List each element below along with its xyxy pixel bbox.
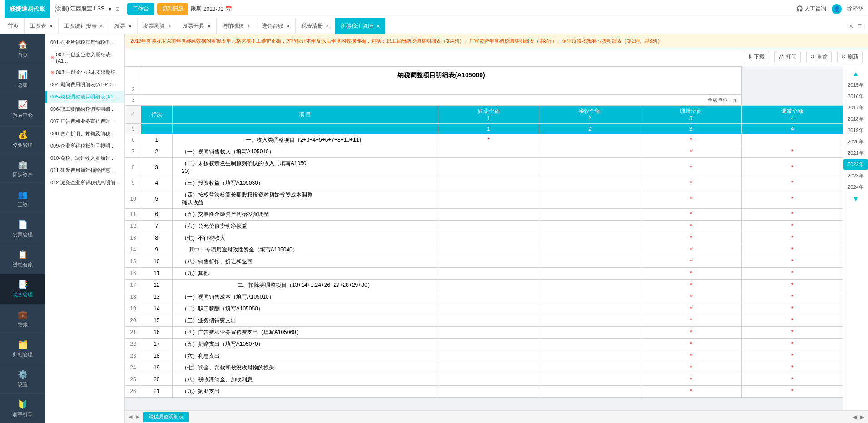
support-link[interactable]: 🎧 人工咨询 — [796, 5, 826, 13]
sidebar-item-settings[interactable]: ⚙️ 设置 — [0, 364, 45, 394]
year-2020[interactable]: 2020年 — [843, 137, 868, 147]
left-panel-item-001[interactable]: 001-企业所得税年度纳税申... — [45, 36, 124, 49]
left-panel-item-004[interactable]: 004-期间费用明细表(A1040... — [45, 79, 124, 91]
table-row[interactable]: 22 17 （五）捐赠支出（填写A105070） * * — [125, 338, 843, 350]
sidebar-item-guide[interactable]: 🔰 新手引导 — [0, 394, 45, 423]
company-dropdown-icon[interactable]: ▼ — [107, 6, 113, 12]
tab-home[interactable]: 首页 — [2, 18, 25, 34]
tab-sales-ledger[interactable]: 进销台账 ✕ — [256, 18, 296, 34]
tab-menu-icon[interactable]: ☰ — [857, 23, 862, 30]
table-row[interactable]: 16 11 （九）其他 * * — [125, 267, 843, 279]
year-2015[interactable]: 2015年 — [843, 80, 868, 90]
tab-payroll-stats[interactable]: 工资统计报表 ✕ — [59, 18, 109, 34]
year-2018[interactable]: 2018年 — [843, 114, 868, 124]
table-row[interactable]: 6 1 一、收入类调整项目（2+3+4+5+6+7+8+10+11） * * — [125, 134, 843, 146]
table-row[interactable]: 21 16 （四）广告费和业务宣传费支出（填写A105060） * * — [125, 326, 843, 338]
user-label[interactable]: 徐泽华 — [847, 5, 863, 13]
table-row[interactable]: 18 13 （一）视同销售成本（填写A105010） * * — [125, 291, 843, 303]
table-row[interactable]: 10 5 （四）按权益法核算长期股权投资对初始投资成本调整确认收益 * * — [125, 189, 843, 208]
reports-icon: 📈 — [18, 100, 28, 110]
year-2017[interactable]: 2017年 — [843, 103, 868, 113]
tab-payroll-close[interactable]: ✕ — [49, 24, 53, 29]
year-down-arrow[interactable]: ▼ — [851, 193, 861, 204]
table-row[interactable]: 23 18 （六）利息支出 * * — [125, 350, 843, 362]
table-row[interactable]: 20 15 （三）业务招待费支出 * * — [125, 315, 843, 326]
tab-invoice-close[interactable]: ✕ — [128, 24, 132, 29]
table-row[interactable]: 24 19 （七）罚金、罚款和被没收财物的损失 * * — [125, 362, 843, 374]
year-2021[interactable]: 2021年 — [843, 148, 868, 158]
copy-icon[interactable]: ⊡ — [115, 6, 120, 12]
year-2023[interactable]: 2023年 — [843, 171, 868, 181]
tab-invoice[interactable]: 发票 ✕ — [109, 18, 138, 34]
tab-sales-check[interactable]: 进销稽核 ✕ — [217, 18, 256, 34]
tab-invoice-issue-close[interactable]: ✕ — [207, 24, 211, 29]
tab-payroll[interactable]: 工资表 ✕ — [25, 18, 59, 34]
table-row[interactable]: 11 6 （五）交易性金融资产初始投资调整 * * — [125, 208, 843, 220]
tab-payroll-stats-close[interactable]: ✕ — [99, 24, 103, 29]
table-row[interactable]: 15 10 （八）销售折扣、折让和退回 * * — [125, 256, 843, 267]
header-right: 🎧 人工咨询 👤 徐泽华 — [796, 4, 863, 14]
left-panel-item-002[interactable]: ⊗ 002-一般企业收入明细表(A1... — [45, 49, 124, 66]
year-2019[interactable]: 2019年 — [843, 125, 868, 136]
table-row[interactable]: 25 20 （八）税收滞纳金、加收利息 * * — [125, 374, 843, 385]
tab-sales-ledger-close[interactable]: ✕ — [286, 24, 290, 29]
sidebar-item-finance[interactable]: 💰 资金管理 — [0, 124, 45, 154]
left-panel-item-010[interactable]: 010-免税、减计收入及加计... — [45, 152, 124, 164]
left-panel-item-009[interactable]: 009-企业所得税抵补亏损明... — [45, 140, 124, 152]
tab-invoice-calc[interactable]: 发票测算 ✕ — [138, 18, 177, 34]
sidebar-item-ledger[interactable]: 📊 总账 — [0, 64, 45, 94]
left-panel-item-005[interactable]: 005-纳税调整项目明细表(A1... — [45, 91, 124, 103]
year-up-arrow[interactable]: ▲ — [851, 68, 861, 79]
year-2022[interactable]: 2022年 — [843, 159, 868, 170]
table-row[interactable]: 26 21 （九）赞助支出 * * — [125, 385, 843, 397]
user-avatar[interactable]: 👤 — [832, 4, 842, 14]
left-panel-item-012[interactable]: 012-减免企业所得税优惠明细... — [45, 177, 124, 189]
table-row[interactable]: 9 4 （三）投资收益（填写A105030） * * — [125, 177, 843, 189]
sidebar-item-payroll[interactable]: 👥 工资 — [0, 184, 45, 214]
tab-tax-table-close[interactable]: ✕ — [326, 24, 329, 29]
year-2024[interactable]: 2024年 — [843, 182, 868, 192]
tab-sales-check-close[interactable]: ✕ — [247, 24, 250, 29]
table-row[interactable]: 14 9 其中：专项用途财政性资金（填写A105040） * * — [125, 244, 843, 256]
nav-left-icon[interactable]: ◀ — [129, 414, 132, 420]
tab-income-tax-close[interactable]: ✕ — [376, 24, 380, 29]
sidebar-item-assets[interactable]: 🏢 固定资产 — [0, 154, 45, 184]
sidebar-item-sales-ledger[interactable]: 📋 进销台账 — [0, 244, 45, 274]
download-button[interactable]: ⬇ 下载 — [744, 51, 769, 63]
tab-invoice-issue[interactable]: 发票开具 ✕ — [177, 18, 217, 34]
tab-income-tax[interactable]: 所得税汇算缴 ✕ — [335, 18, 386, 34]
table-row[interactable]: 19 14 （二）职工薪酬（填写A105050） * * — [125, 303, 843, 315]
left-panel-item-003[interactable]: ⊗ 003-一般企业成本支出明细... — [45, 66, 124, 79]
print-button[interactable]: 🖨 打印 — [774, 51, 801, 63]
tab-scroll-left[interactable]: ✕ — [849, 23, 853, 30]
table-row[interactable]: 13 8 （七）不征税收入 * * — [125, 232, 843, 244]
calendar-icon[interactable]: 📅 — [225, 6, 232, 12]
sidebar-item-archive[interactable]: 🗂️ 归档管理 — [0, 334, 45, 364]
left-panel-item-008[interactable]: 008-资产折旧、摊销及纳税... — [45, 128, 124, 140]
workbench-button[interactable]: 工作台 — [127, 3, 154, 15]
refresh-button[interactable]: ↻ 刷新 — [837, 51, 863, 63]
tab-tax-table[interactable]: 税表清册 ✕ — [296, 18, 335, 34]
table-row[interactable]: 7 2 （一）视同销售收入（填写A105010） * * — [125, 146, 843, 157]
bottom-scroll-left[interactable]: ◀ — [853, 414, 857, 420]
sidebar-item-tax[interactable]: 📑 税务管理 — [0, 274, 45, 304]
left-panel-item-007[interactable]: 007-广告费和业务宣传费时... — [45, 115, 124, 128]
left-panel-item-006[interactable]: 006-职工薪酬纳税调整明细... — [45, 103, 124, 115]
settings-icon: ⚙️ — [18, 369, 28, 379]
sheet-tab-main[interactable]: 纳税调整明细表 — [143, 412, 189, 422]
reset-button[interactable]: ↺ 重置 — [806, 51, 832, 63]
sidebar-item-home[interactable]: 🏠 首页 — [0, 34, 45, 64]
sidebar-item-invoice-mgmt[interactable]: 📄 发票管理 — [0, 214, 45, 244]
table-row[interactable]: 8 3 （二）未按权责发生制原则确认的收入（填写A105020） * * — [125, 157, 843, 177]
table-row[interactable]: 17 12 二、扣除类调整项目（13+14+...24+26+27+28+29+… — [125, 279, 843, 291]
table-row[interactable]: 12 7 （六）公允价值变动净损益 * * — [125, 220, 843, 232]
bottom-scroll-right[interactable]: ▶ — [860, 414, 864, 420]
sidebar-item-reports[interactable]: 📈 报表中心 — [0, 94, 45, 124]
spreadsheet-inner[interactable]: 纳税调整项目明细表(A105000) 2 3 全额单位：元 — [125, 66, 843, 411]
year-2016[interactable]: 2016年 — [843, 91, 868, 102]
nav-right-icon[interactable]: ▶ — [136, 414, 139, 420]
tab-invoice-calc-close[interactable]: ✕ — [168, 24, 171, 29]
old-version-button[interactable]: 切到旧版 — [157, 3, 188, 15]
sidebar-item-closing[interactable]: 💼 结账 — [0, 304, 45, 334]
left-panel-item-011[interactable]: 011-研发费用加计扣除优惠... — [45, 164, 124, 177]
